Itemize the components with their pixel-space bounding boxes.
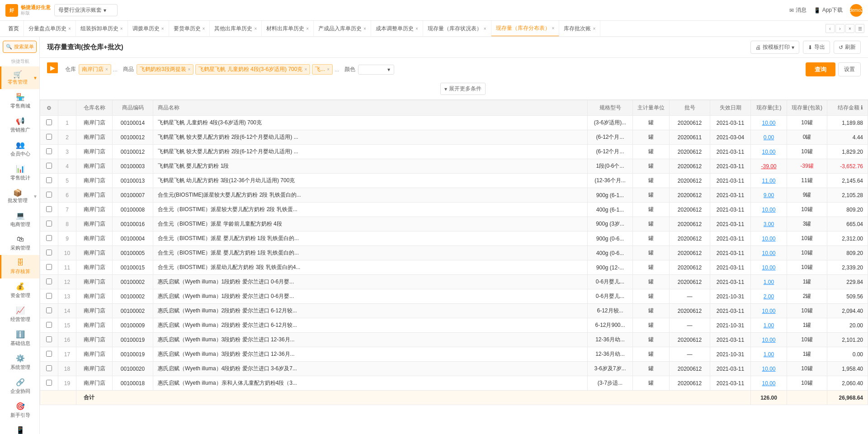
nav-close-btn[interactable]: × xyxy=(845,24,854,33)
qty-main-link[interactable]: 10.00 xyxy=(762,250,775,256)
row-checkbox-input[interactable] xyxy=(46,221,52,226)
sidebar-item-ecommerce[interactable]: 💻 电商管理 xyxy=(0,208,39,231)
row-checkbox-input[interactable] xyxy=(46,192,52,198)
remove-product-tag-2[interactable]: × xyxy=(304,67,307,72)
close-icon[interactable]: × xyxy=(363,26,366,31)
refresh-btn[interactable]: ↺ 刷新 xyxy=(834,41,861,54)
remove-product-tag-3[interactable]: × xyxy=(327,67,330,72)
sidebar-item-retail-mgmt[interactable]: 🛒 零售管理 ▼ xyxy=(0,66,39,89)
sidebar-item-retail-store[interactable]: 🏪 零售商城 xyxy=(0,89,39,113)
export-btn[interactable]: ⬇ 导出 xyxy=(803,41,830,54)
sidebar-item-inventory[interactable]: 🗄 库存核算 xyxy=(0,255,39,278)
tab-material-out[interactable]: 材料出库单历史 × xyxy=(262,21,314,37)
qty-main-link[interactable]: 10.00 xyxy=(762,149,775,155)
row-checkbox-input[interactable] xyxy=(46,380,52,386)
tab-home[interactable]: 首页 xyxy=(4,21,24,37)
row-checkbox-input[interactable] xyxy=(46,264,52,270)
close-icon[interactable]: × xyxy=(415,26,418,31)
tab-partial-inventory[interactable]: 分量盘点单历史 × xyxy=(24,21,76,37)
row-checkbox[interactable] xyxy=(40,116,58,130)
row-checkbox[interactable] xyxy=(40,145,58,159)
tab-disassembly[interactable]: 组装拆卸单历史 × xyxy=(76,21,128,37)
sidebar-item-retail-stats[interactable]: 📊 零售统计 xyxy=(0,161,39,185)
qty-main-link[interactable]: 1.00 xyxy=(764,351,774,358)
industry-select[interactable]: 母婴行业演示账套 ▾ xyxy=(54,4,118,16)
row-checkbox-input[interactable] xyxy=(46,177,52,183)
col-settings[interactable]: ⚙ xyxy=(40,100,58,116)
sidebar-item-finance[interactable]: 💰 资金管理 xyxy=(0,278,39,302)
row-checkbox-input[interactable] xyxy=(46,250,52,255)
qty-main-link[interactable]: 10.00 xyxy=(762,337,775,343)
row-checkbox-input[interactable] xyxy=(46,148,52,154)
close-icon[interactable]: × xyxy=(161,26,164,31)
qty-main-link[interactable]: 3.00 xyxy=(764,221,774,227)
row-checkbox-input[interactable] xyxy=(46,119,52,125)
row-checkbox[interactable] xyxy=(40,217,58,231)
app-download-btn[interactable]: 📱 App下载 xyxy=(814,6,843,14)
qty-main-link[interactable]: 10.00 xyxy=(762,236,775,242)
row-checkbox-input[interactable] xyxy=(46,235,52,241)
qty-main-link[interactable]: 10.00 xyxy=(762,366,775,372)
tab-picking[interactable]: 调拨单历史 × xyxy=(128,21,169,37)
close-icon[interactable]: × xyxy=(254,26,257,31)
row-checkbox-input[interactable] xyxy=(46,365,52,371)
color-dropdown[interactable]: ▾ xyxy=(358,65,394,75)
nav-menu-btn[interactable]: ☰ xyxy=(855,24,864,33)
warehouse-ellipsis[interactable]: ... xyxy=(113,66,118,73)
search-menu-btn[interactable]: 🔍 搜索菜单 xyxy=(3,41,37,53)
nav-prev-btn[interactable]: ‹ xyxy=(826,24,835,33)
close-icon[interactable]: × xyxy=(120,26,123,31)
row-checkbox-input[interactable] xyxy=(46,307,52,313)
sidebar-item-system[interactable]: ⚙️ 系统管理 xyxy=(0,350,39,374)
qty-main-link[interactable]: 1.00 xyxy=(764,279,774,285)
tab-batch-account[interactable]: 库存批次账 × xyxy=(559,21,600,37)
close-icon[interactable]: × xyxy=(552,26,555,31)
row-checkbox-input[interactable] xyxy=(46,293,52,299)
row-checkbox-input[interactable] xyxy=(46,322,52,328)
row-checkbox[interactable] xyxy=(40,362,58,376)
close-icon[interactable]: × xyxy=(484,26,486,31)
remove-warehouse-tag[interactable]: × xyxy=(105,67,108,72)
nav-next-btn[interactable]: › xyxy=(835,24,844,33)
messages-btn[interactable]: ✉ 消息 xyxy=(789,6,807,14)
query-btn[interactable]: 查询 xyxy=(806,62,835,76)
row-checkbox-input[interactable] xyxy=(46,336,52,342)
row-checkbox[interactable] xyxy=(40,159,58,174)
sidebar-item-basic-info[interactable]: ℹ️ 基础信息 xyxy=(0,326,39,350)
row-checkbox[interactable] xyxy=(40,246,58,260)
row-checkbox-input[interactable] xyxy=(46,206,52,212)
row-checkbox[interactable] xyxy=(40,376,58,391)
sidebar-item-purchase[interactable]: 🛍 采购管理 xyxy=(0,231,39,255)
close-icon[interactable]: × xyxy=(593,26,595,31)
row-checkbox[interactable] xyxy=(40,231,58,246)
sidebar-item-new-guide[interactable]: 🎯 新手引导 xyxy=(0,398,39,422)
settings-btn[interactable]: 设置 xyxy=(838,62,861,76)
close-icon[interactable]: × xyxy=(68,26,71,31)
row-checkbox[interactable] xyxy=(40,347,58,362)
qty-main-link[interactable]: 10.00 xyxy=(762,308,775,314)
row-checkbox[interactable] xyxy=(40,203,58,217)
row-checkbox[interactable] xyxy=(40,304,58,318)
row-checkbox[interactable] xyxy=(40,130,58,145)
row-checkbox[interactable] xyxy=(40,275,58,289)
expand-more-btn[interactable]: ▾ 展开更多条件 xyxy=(440,83,486,95)
qty-main-link[interactable]: 10.00 xyxy=(762,120,775,126)
qty-main-link[interactable]: 10.00 xyxy=(762,207,775,213)
product-ellipsis[interactable]: ... xyxy=(335,66,339,73)
tab-inventory-status[interactable]: 现存量（库存状况表） × xyxy=(423,21,491,37)
sidebar-item-member[interactable]: 👥 会员中心 xyxy=(0,137,39,161)
qty-main-link[interactable]: -39.00 xyxy=(761,163,776,170)
tab-product-in[interactable]: 产成品入库单历史 × xyxy=(314,21,371,37)
row-checkbox-input[interactable] xyxy=(46,163,52,169)
row-checkbox-input[interactable] xyxy=(46,351,52,357)
row-checkbox[interactable] xyxy=(40,318,58,333)
row-checkbox-input[interactable] xyxy=(46,278,52,284)
filter-expand-btn[interactable]: ▶ xyxy=(47,62,58,73)
qty-main-link[interactable]: 1.00 xyxy=(764,322,774,329)
remove-product-tag-1[interactable]: × xyxy=(188,67,191,72)
sidebar-item-enterprise[interactable]: 🔗 企业协同 xyxy=(0,374,39,398)
row-checkbox[interactable] xyxy=(40,333,58,347)
tab-inventory-dist[interactable]: 现存量（库存分布表） × xyxy=(491,21,560,37)
qty-main-link[interactable]: 10.00 xyxy=(762,264,775,271)
tab-other-out[interactable]: 其他出库单历史 × xyxy=(210,21,262,37)
